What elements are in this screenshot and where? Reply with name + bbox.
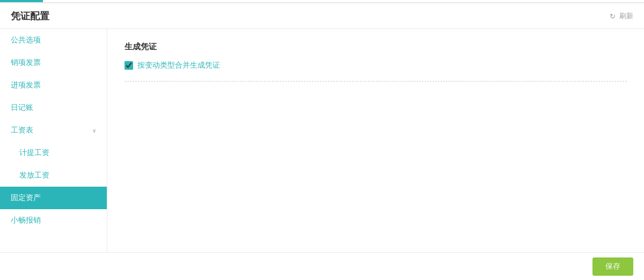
section-title: 生成凭证 — [125, 42, 627, 52]
sidebar-label-payroll-table: 工资表 — [11, 126, 33, 135]
sidebar-label-purchase-invoice: 进项发票 — [11, 80, 41, 90]
sidebar-item-calc-payroll[interactable]: 计提工资 — [0, 142, 107, 164]
sidebar-label-pay-payroll: 发放工资 — [19, 171, 49, 180]
page-title: 凭证配置 — [11, 10, 49, 23]
sidebar: 公共选项销项发票进项发票日记账工资表∨计提工资发放工资固定资产小畅报销 — [0, 29, 107, 252]
sidebar-item-public-options[interactable]: 公共选项 — [0, 29, 107, 51]
sidebar-item-expense-report[interactable]: 小畅报销 — [0, 209, 107, 232]
sidebar-item-payroll-table[interactable]: 工资表∨ — [0, 119, 107, 142]
tab-active-indicator — [0, 0, 43, 2]
save-button[interactable]: 保存 — [592, 257, 633, 276]
sidebar-item-purchase-invoice[interactable]: 进项发票 — [0, 74, 107, 97]
checkbox-row: 按变动类型合并生成凭证 — [125, 61, 627, 70]
sidebar-item-sales-invoice[interactable]: 销项发票 — [0, 51, 107, 74]
section-divider — [125, 81, 627, 82]
sidebar-label-expense-report: 小畅报销 — [11, 216, 41, 225]
merge-checkbox[interactable] — [125, 61, 133, 70]
sidebar-item-pay-payroll[interactable]: 发放工资 — [0, 164, 107, 187]
content-area: 生成凭证 按变动类型合并生成凭证 — [107, 29, 644, 252]
refresh-button[interactable]: ↻ 刷新 — [610, 11, 633, 21]
sidebar-label-fixed-assets: 固定资产 — [11, 193, 41, 203]
merge-checkbox-label[interactable]: 按变动类型合并生成凭证 — [137, 61, 220, 70]
sidebar-label-calc-payroll: 计提工资 — [19, 148, 49, 158]
sidebar-item-fixed-assets[interactable]: 固定资产 — [0, 187, 107, 209]
refresh-icon: ↻ — [610, 12, 617, 20]
sidebar-item-journal[interactable]: 日记账 — [0, 97, 107, 119]
sidebar-label-journal: 日记账 — [11, 103, 33, 113]
main-content: 公共选项销项发票进项发票日记账工资表∨计提工资发放工资固定资产小畅报销 生成凭证… — [0, 29, 644, 252]
refresh-label: 刷新 — [619, 11, 633, 21]
sidebar-label-sales-invoice: 销项发票 — [11, 58, 41, 68]
page-footer: 保存 — [0, 252, 644, 280]
sidebar-label-public-options: 公共选项 — [11, 35, 41, 45]
page-header: 凭证配置 ↻ 刷新 — [0, 3, 644, 29]
chevron-down-icon: ∨ — [92, 128, 96, 134]
